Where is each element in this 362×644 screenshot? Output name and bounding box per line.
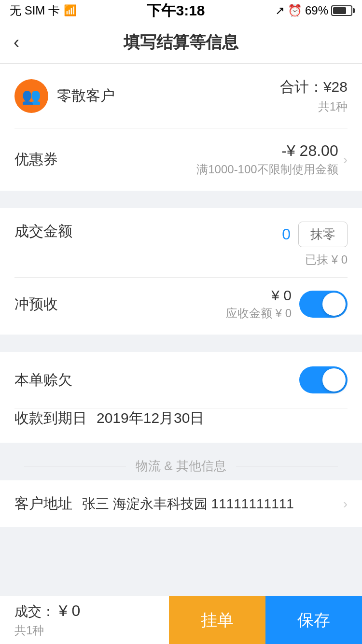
prepay-values: ¥ 0 应收金额 ¥ 0 (226, 287, 292, 321)
carrier-text: 无 SIM 卡 (10, 3, 60, 18)
due-date-row[interactable]: 收款到期日 2019年12月30日 (0, 408, 362, 443)
coupon-right: -¥ 28.00 满1000-100不限制使用金额 › (196, 142, 348, 177)
item-count: 共1种 (280, 99, 348, 114)
save-button[interactable]: 保存 (265, 596, 362, 644)
bottom-deal-row: 成交： ¥ 0 (14, 602, 154, 621)
bottom-bar: 成交： ¥ 0 共1种 挂单 保存 (0, 596, 362, 644)
transaction-value: 0 (282, 225, 291, 243)
prepay-right: ¥ 0 应收金额 ¥ 0 (226, 287, 348, 321)
transaction-amount-row: 成交金额 0 抹零 (0, 208, 362, 252)
prepayment-row: 冲预收 ¥ 0 应收金额 ¥ 0 (0, 278, 362, 335)
coupon-label: 优惠券 (14, 150, 58, 169)
section-separator-1 (0, 199, 362, 208)
status-left: 无 SIM 卡 📶 (10, 3, 77, 18)
transaction-sub: 已抹 ¥ 0 (0, 252, 362, 277)
status-time: 下午3:18 (147, 1, 205, 21)
transaction-card: 成交金额 0 抹零 已抹 ¥ 0 冲预收 ¥ 0 应收金额 ¥ 0 (0, 208, 362, 335)
customer-row: 👥 零散客户 合计：¥28 共1种 (0, 64, 362, 128)
status-bar: 无 SIM 卡 📶 下午3:18 ↗ ⏰ 69% (0, 0, 362, 21)
logistics-separator: 物流 & 其他信息 (0, 451, 362, 480)
coupon-row[interactable]: 优惠券 -¥ 28.00 满1000-100不限制使用金额 › (0, 128, 362, 191)
debt-toggle[interactable] (299, 366, 348, 393)
due-date-label: 收款到期日 (14, 408, 87, 428)
toggle-knob (322, 293, 346, 316)
bottom-info: 成交： ¥ 0 共1种 (0, 602, 169, 638)
prepayment-toggle[interactable] (299, 291, 348, 318)
nav-bar: ‹ 填写结算等信息 (0, 21, 362, 64)
customer-info: 👥 零散客户 (14, 79, 115, 113)
chevron-right-icon: › (343, 152, 348, 168)
debt-card: 本单赊欠 收款到期日 2019年12月30日 (0, 352, 362, 443)
battery-percent: 69% (305, 4, 328, 17)
wifi-icon: 📶 (64, 4, 77, 17)
logistics-label: 物流 & 其他信息 (126, 458, 236, 475)
pending-button[interactable]: 挂单 (169, 596, 265, 644)
alarm-icon: ⏰ (288, 4, 302, 17)
address-chevron-icon: › (343, 496, 348, 512)
avatar: 👥 (14, 79, 48, 113)
transaction-label: 成交金额 (14, 222, 72, 241)
prepay-sub: 应收金额 ¥ 0 (226, 306, 292, 321)
address-value: 张三 海淀永丰科技园 11111111111 (72, 495, 343, 513)
amount-right: 0 抹零 (282, 222, 348, 247)
due-date-value: 2019年12月30日 (97, 408, 204, 428)
customer-card: 👥 零散客户 合计：¥28 共1种 优惠券 -¥ 28.00 满1000-100… (0, 64, 362, 191)
bottom-deal-amount: ¥ 0 (59, 602, 80, 619)
customer-name: 零散客户 (57, 86, 115, 106)
section-separator-2 (0, 343, 362, 352)
round-button[interactable]: 抹零 (298, 222, 348, 247)
bottom-deal-label: 成交： (14, 604, 55, 619)
debt-label: 本单赊欠 (14, 370, 72, 390)
prepayment-label: 冲预收 (14, 294, 58, 314)
address-card: 客户地址 张三 海淀永丰科技园 11111111111 › (0, 480, 362, 527)
avatar-icon: 👥 (22, 87, 41, 105)
debt-row: 本单赊欠 (0, 352, 362, 408)
battery-icon (331, 5, 352, 16)
page-title: 填写结算等信息 (124, 31, 238, 54)
bottom-count: 共1种 (14, 623, 154, 638)
status-right: ↗ ⏰ 69% (275, 4, 352, 17)
location-icon: ↗ (275, 4, 285, 17)
address-label: 客户地址 (14, 494, 72, 514)
total-amount: 合计：¥28 (280, 77, 348, 97)
customer-total: 合计：¥28 共1种 (280, 77, 348, 114)
coupon-desc: 满1000-100不限制使用金额 (196, 162, 338, 177)
coupon-discount: -¥ 28.00 (196, 142, 338, 160)
prepay-amount: ¥ 0 (226, 287, 292, 304)
debt-toggle-knob (322, 368, 346, 392)
address-row[interactable]: 客户地址 张三 海淀永丰科技园 11111111111 › (0, 480, 362, 527)
back-button[interactable]: ‹ (14, 32, 19, 53)
